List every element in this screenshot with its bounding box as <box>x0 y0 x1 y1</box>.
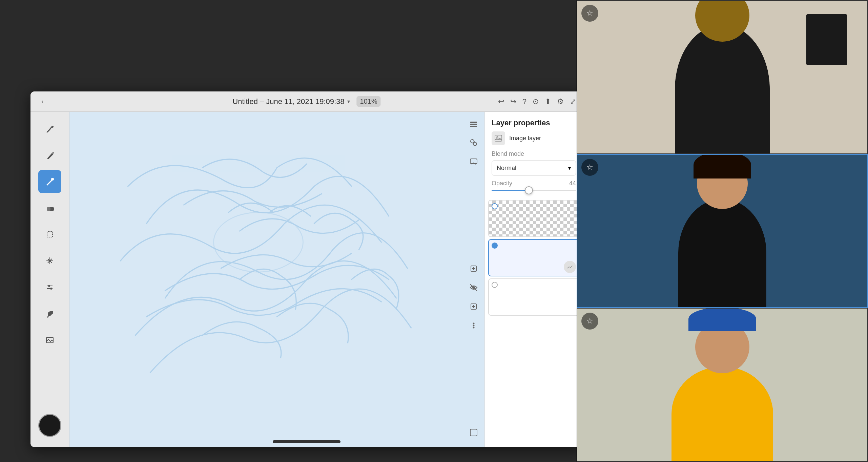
settings-button[interactable]: ⚙ <box>557 97 564 106</box>
reference-button[interactable]: ⊙ <box>533 97 539 106</box>
adjustments-tool[interactable] <box>38 276 61 299</box>
svg-point-0 <box>51 126 54 128</box>
svg-point-19 <box>473 323 474 324</box>
video-panel-2: ☆ <box>577 154 868 308</box>
svg-point-14 <box>473 142 477 146</box>
home-indicator <box>273 440 340 443</box>
blend-mode-value: Normal <box>497 165 516 172</box>
canvas-area[interactable] <box>69 112 484 447</box>
pin-button-3[interactable]: ☆ <box>581 313 598 330</box>
layers-button[interactable] <box>466 116 481 131</box>
svg-rect-24 <box>495 135 502 141</box>
layer-panel-header: Layer properties <box>485 112 583 131</box>
image-layer-label: Image layer <box>509 135 541 142</box>
layer-item[interactable] <box>488 200 579 237</box>
paint-brush-tool[interactable] <box>38 117 61 140</box>
top-bar-actions: ↩ ↪ ? ⊙ ⬆ ⚙ ⤢ <box>498 97 576 106</box>
svg-point-1 <box>51 178 54 181</box>
person-2 <box>577 170 867 308</box>
visibility-button[interactable] <box>466 280 481 295</box>
video-panel-3: ☆ <box>577 308 868 462</box>
svg-point-5 <box>48 285 50 287</box>
person-3 <box>577 324 867 461</box>
svg-rect-12 <box>470 126 477 127</box>
video-panels: ☆ ☆ ☆ <box>577 0 868 462</box>
body-2 <box>678 199 766 307</box>
title-dropdown-arrow[interactable]: ▾ <box>347 98 350 105</box>
pencil-tool[interactable] <box>38 144 61 167</box>
reference-side-button[interactable] <box>466 299 481 314</box>
layer-dot <box>492 282 498 288</box>
svg-rect-11 <box>470 124 477 125</box>
smudge-tool[interactable] <box>38 170 61 193</box>
layer-dot <box>492 243 498 249</box>
zoom-level: 101% <box>357 96 381 107</box>
blend-mode-label: Blend mode <box>492 150 576 158</box>
body-3 <box>671 366 773 461</box>
svg-point-8 <box>48 339 49 340</box>
layer-dot <box>492 203 498 209</box>
eraser-tool[interactable] <box>38 196 61 219</box>
image-layer-row: Image layer <box>485 131 583 150</box>
back-button[interactable]: ‹ <box>37 97 47 107</box>
svg-point-13 <box>471 140 474 143</box>
help-button[interactable]: ? <box>522 97 526 106</box>
canvas-drawing <box>69 112 484 447</box>
svg-point-6 <box>50 288 52 290</box>
svg-rect-4 <box>47 232 53 237</box>
left-toolbar <box>30 112 69 447</box>
blend-mode-section: Blend mode Normal ▾ <box>485 150 583 180</box>
body-1 <box>675 25 770 153</box>
canvas-options-button[interactable] <box>466 425 481 440</box>
top-bar: ‹ Untitled – June 11, 2021 19:09:38 ▾ 10… <box>30 91 583 112</box>
cap-3 <box>688 308 756 331</box>
transform-tool[interactable] <box>38 249 61 272</box>
blend-mode-dropdown[interactable]: Normal ▾ <box>492 160 576 176</box>
layer-panel: Layer properties Image layer Blend mode … <box>484 112 583 447</box>
add-layer-button[interactable] <box>466 261 481 276</box>
more-options-button[interactable] <box>466 318 481 333</box>
head-2 <box>697 158 748 209</box>
image-insert-tool[interactable] <box>38 329 61 352</box>
color-swatch[interactable] <box>38 414 61 437</box>
layer-list <box>485 196 583 319</box>
pin-button-1[interactable]: ☆ <box>581 5 598 22</box>
svg-point-20 <box>473 325 474 327</box>
svg-point-21 <box>473 327 474 329</box>
procreate-window: ‹ Untitled – June 11, 2021 19:09:38 ▾ 10… <box>30 91 583 447</box>
svg-rect-3 <box>47 207 50 211</box>
layer-item[interactable] <box>488 278 579 316</box>
svg-rect-22 <box>470 429 477 436</box>
svg-point-23 <box>497 136 498 138</box>
share-button[interactable]: ⬆ <box>545 97 551 106</box>
layer-properties-title: Layer properties <box>492 119 550 127</box>
document-title: Untitled – June 11, 2021 19:09:38 ▾ 101% <box>232 96 380 107</box>
blend-dropdown-arrow-icon: ▾ <box>568 165 571 171</box>
opacity-section: Opacity 44 <box>485 180 583 196</box>
right-panel-icons <box>464 112 483 447</box>
image-layer-icon <box>492 131 505 145</box>
app-area: ‹ Untitled – June 11, 2021 19:09:38 ▾ 10… <box>0 0 576 462</box>
selection-tool[interactable] <box>38 223 61 246</box>
opacity-label: Opacity <box>492 180 512 187</box>
opacity-value: 44 <box>569 180 576 187</box>
eyedropper-tool[interactable] <box>38 302 61 325</box>
pin-button-2[interactable]: ☆ <box>581 159 598 176</box>
filter-button[interactable] <box>466 135 481 150</box>
opacity-slider[interactable] <box>492 190 576 191</box>
redo-button[interactable]: ↪ <box>510 97 516 106</box>
svg-rect-10 <box>470 122 477 123</box>
layer-item[interactable] <box>488 239 579 276</box>
undo-button[interactable]: ↩ <box>498 97 504 106</box>
video-panel-1: ☆ <box>577 0 868 154</box>
chat-button[interactable] <box>466 154 481 169</box>
person-1 <box>577 16 867 153</box>
fullscreen-button[interactable]: ⤢ <box>570 97 576 106</box>
